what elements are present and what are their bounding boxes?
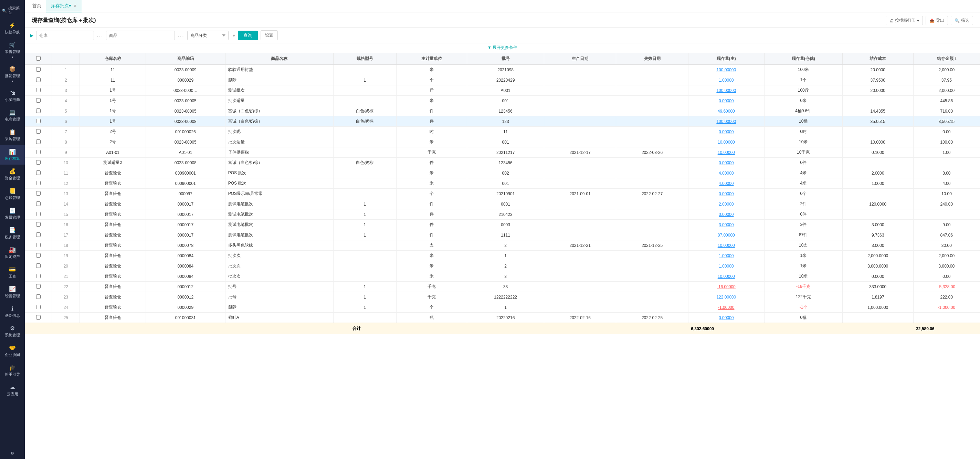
cell-qty-main[interactable]: 100.00000 — [688, 85, 764, 96]
cell-qty-main[interactable]: 49.60000 — [688, 106, 764, 116]
row-checkbox-16[interactable] — [36, 233, 41, 237]
sidebar-item-ecom[interactable]: 💻 电商管理 — [0, 106, 25, 125]
qty-main-link[interactable]: 49.60000 — [718, 109, 735, 114]
sidebar-item-collab[interactable]: 🤝 企业协同 — [0, 341, 25, 361]
cell-check[interactable] — [25, 106, 52, 116]
cell-check[interactable] — [25, 137, 52, 147]
tab-inventory-batch[interactable]: 库存批次▾ ✕ — [46, 0, 81, 13]
cell-check[interactable] — [25, 85, 52, 96]
cell-qty-main[interactable]: 0.00000 — [688, 189, 764, 199]
cell-qty-main[interactable]: 100.00000 — [688, 65, 764, 75]
cell-check[interactable] — [25, 302, 52, 312]
cell-qty-main[interactable]: 1.00000 — [688, 261, 764, 271]
tab-close-btn[interactable]: ✕ — [73, 3, 77, 8]
settings-btn[interactable]: 设置 — [261, 30, 278, 40]
qty-main-link[interactable]: 2.00000 — [719, 202, 733, 207]
qty-main-link[interactable]: 10.00000 — [718, 243, 735, 248]
sidebar-search[interactable]: 🔍 搜索菜单 — [0, 3, 25, 19]
cell-check[interactable] — [25, 158, 52, 168]
qty-main-link[interactable]: 100.00000 — [716, 67, 736, 72]
cell-qty-main[interactable]: -16.00000 — [688, 282, 764, 292]
cell-check[interactable] — [25, 127, 52, 137]
cell-qty-main[interactable]: 0.00000 — [688, 158, 764, 168]
sidebar-item-ledger[interactable]: 📒 总账管理 — [0, 184, 25, 204]
cell-check[interactable] — [25, 75, 52, 85]
search-btn[interactable]: 查询 — [238, 31, 258, 40]
qty-main-link[interactable]: 4.00000 — [719, 181, 733, 186]
row-checkbox-24[interactable] — [36, 315, 41, 320]
qty-main-link[interactable]: -1.00000 — [718, 305, 734, 310]
cell-qty-main[interactable]: 0.00000 — [688, 209, 764, 220]
cell-check[interactable] — [25, 230, 52, 240]
qty-main-link[interactable]: 10.00000 — [718, 274, 735, 279]
expand-conditions-link[interactable]: ▼ 展开更多条件 — [487, 45, 517, 51]
row-checkbox-19[interactable] — [36, 263, 41, 268]
sidebar-item-quicknav[interactable]: ⚡ 快捷导航 — [0, 19, 25, 38]
filter-btn[interactable]: 🔍 筛选 — [951, 16, 973, 25]
row-checkbox-12[interactable] — [36, 191, 41, 196]
print-template-btn[interactable]: 🖨 按模板打印 ▾ — [886, 16, 923, 25]
qty-main-link[interactable]: 0.00000 — [719, 99, 733, 103]
qty-main-link[interactable]: 122.00000 — [716, 295, 736, 300]
qty-main-link[interactable]: 87.00000 — [718, 233, 735, 237]
cell-check[interactable] — [25, 96, 52, 106]
select-all-checkbox[interactable] — [36, 56, 41, 61]
cell-check[interactable] — [25, 240, 52, 251]
tab-home[interactable]: 首页 — [27, 0, 46, 13]
qty-main-link[interactable]: 4.00000 — [719, 171, 733, 175]
qty-main-link[interactable]: 1.00000 — [719, 253, 733, 258]
sidebar-item-assets[interactable]: 🏭 固定资产 — [0, 243, 25, 263]
qty-main-link[interactable]: 0.00000 — [719, 129, 733, 134]
row-checkbox-18[interactable] — [36, 253, 41, 258]
cell-check[interactable] — [25, 251, 52, 261]
category-select[interactable]: 商品分类 — [187, 31, 229, 40]
sidebar-item-system[interactable]: ⚙ 系统管理 — [0, 322, 25, 341]
sidebar-item-cloud[interactable]: ☁ 云应用 — [0, 381, 25, 400]
qty-main-link[interactable]: 100.00000 — [716, 88, 736, 93]
qty-main-link[interactable]: 100.00000 — [716, 119, 736, 124]
cell-qty-main[interactable]: 122.00000 — [688, 292, 764, 302]
cell-qty-main[interactable]: 10.00000 — [688, 147, 764, 158]
sidebar-item-guide[interactable]: 🎓 新手引导 — [0, 361, 25, 381]
cell-qty-main[interactable]: 87.00000 — [688, 230, 764, 240]
row-checkbox-8[interactable] — [36, 150, 41, 154]
cell-check[interactable] — [25, 168, 52, 178]
sidebar-item-retail[interactable]: 🛒 零售管理 ▾ — [0, 38, 25, 62]
filter-expand-chevron[interactable]: ▶ — [30, 33, 33, 38]
sidebar-item-inventory[interactable]: 📊 库存核算 — [0, 145, 25, 164]
cell-check[interactable] — [25, 271, 52, 282]
row-checkbox-4[interactable] — [36, 108, 41, 113]
row-checkbox-23[interactable] — [36, 305, 41, 309]
cell-qty-main[interactable]: 1.00000 — [688, 75, 764, 85]
product-input[interactable] — [106, 31, 175, 40]
row-checkbox-0[interactable] — [36, 67, 41, 72]
cell-check[interactable] — [25, 189, 52, 199]
row-checkbox-7[interactable] — [36, 139, 41, 144]
sidebar-item-management[interactable]: 📈 经营管理 — [0, 282, 25, 302]
sidebar-settings[interactable]: ⚙ — [0, 448, 25, 459]
row-checkbox-3[interactable] — [36, 98, 41, 103]
qty-main-link[interactable]: -16.00000 — [717, 284, 736, 289]
cell-check[interactable] — [25, 65, 52, 75]
row-checkbox-14[interactable] — [36, 212, 41, 216]
cell-qty-main[interactable]: 10.00000 — [688, 137, 764, 147]
row-checkbox-17[interactable] — [36, 243, 41, 247]
cell-qty-main[interactable]: 1.00000 — [688, 251, 764, 261]
row-checkbox-15[interactable] — [36, 222, 41, 226]
sidebar-item-payroll[interactable]: 💳 工资 — [0, 263, 25, 282]
qty-main-link[interactable]: 0.00000 — [719, 212, 733, 217]
row-checkbox-1[interactable] — [36, 78, 41, 82]
qty-main-link[interactable]: 0.00000 — [719, 316, 733, 320]
cell-qty-main[interactable]: 10.00000 — [688, 240, 764, 251]
sidebar-item-finance[interactable]: 💰 资金管理 — [0, 164, 25, 184]
cell-check[interactable] — [25, 220, 52, 230]
sidebar-item-purchase[interactable]: 📋 采购管理 — [0, 125, 25, 145]
cell-qty-main[interactable]: 0.00000 — [688, 96, 764, 106]
cell-check[interactable] — [25, 178, 52, 189]
qty-main-link[interactable]: 0.00000 — [719, 191, 733, 196]
cell-check[interactable] — [25, 312, 52, 324]
qty-main-link[interactable]: 1.00000 — [719, 78, 733, 83]
cell-qty-main[interactable]: 0.00000 — [688, 127, 764, 137]
sidebar-item-basic[interactable]: ℹ 基础信息 — [0, 302, 25, 322]
row-checkbox-13[interactable] — [36, 201, 41, 206]
